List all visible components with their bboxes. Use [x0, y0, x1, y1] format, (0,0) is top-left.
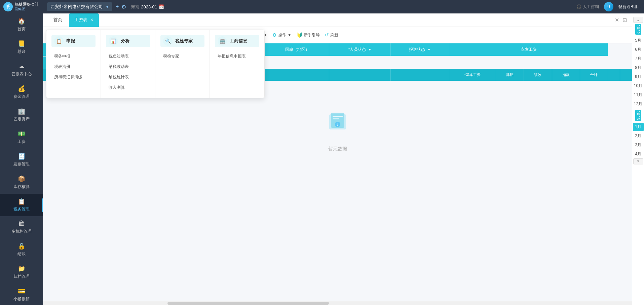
th-salary-group: 应发工资: [449, 43, 608, 56]
sidebar-item-ledger[interactable]: 📒 总账: [0, 36, 43, 59]
month-2[interactable]: 2月: [633, 132, 644, 140]
invoice-icon: 🧾: [18, 153, 25, 160]
status-filter-icon[interactable]: ▼: [368, 48, 372, 51]
sidebar-label-cloud: 云报表中心: [11, 71, 32, 77]
tab-close-window-icon[interactable]: ✕: [615, 17, 619, 23]
tab-salary-label: 工资表: [74, 17, 87, 23]
user-name: 畅捷通B组...: [618, 4, 641, 10]
svg-text:?: ?: [337, 123, 339, 126]
logo-icon: 畅: [3, 2, 13, 11]
avatar: U: [604, 2, 613, 11]
declare-header: 📋 申报: [51, 35, 96, 47]
right-panel: ▲ 2022 5月 6月 7月 8月 9月 10月 11月 12月 2023 1…: [632, 13, 644, 305]
svg-rect-3: [333, 118, 339, 119]
sidebar-item-promo[interactable]: 💳 小畅报销: [0, 283, 43, 305]
month-10[interactable]: 10月: [633, 82, 644, 90]
sidebar-item-close[interactable]: 🔒 结账: [0, 238, 43, 261]
month-list: 2022 5月 6月 7月 8月 9月 10月 11月 12月 2023 1月 …: [633, 23, 644, 158]
tax-icon: 📋: [18, 198, 25, 205]
month-4[interactable]: 4月: [633, 150, 644, 158]
sidebar-label-tax: 税务管理: [13, 206, 30, 212]
tax-payment-item[interactable]: 纳税波动表: [106, 62, 150, 72]
sidebar-item-archive[interactable]: 📁 归档管理: [0, 261, 43, 283]
dropdown-col-declare: 📋 申报 税务申报 税表清册 所得税汇算清缴: [46, 30, 101, 98]
headset-icon: 🎧: [576, 4, 581, 9]
service-button[interactable]: 🎧 人工咨询: [576, 4, 599, 10]
salary-icon: 💵: [18, 130, 25, 138]
sidebar-label-invoice: 发票管理: [13, 161, 30, 167]
sidebar-label-salary: 工资: [17, 139, 26, 145]
cloud-icon: ☁: [18, 63, 25, 70]
income-simulate-item[interactable]: 收入测算: [106, 82, 150, 93]
month-12[interactable]: 12月: [633, 100, 644, 108]
analysis-label: 分析: [121, 38, 129, 44]
tax-declare-item[interactable]: 税务申报: [51, 51, 96, 62]
period-label: 账期: [131, 4, 139, 10]
guide-label: 新手引导: [304, 32, 320, 38]
refresh-btn[interactable]: ↺ 刷新: [325, 32, 338, 38]
calendar-icon[interactable]: 📅: [159, 4, 164, 9]
sidebar-item-inventory[interactable]: 📦 库存核算: [0, 171, 43, 194]
dropdown-col-business: 🏢 工商信息 年报信息申报表: [210, 30, 264, 98]
tax-check-item[interactable]: 税检专家: [160, 51, 204, 62]
sidebar-item-salary[interactable]: 💵 工资: [0, 126, 43, 149]
tab-bar: 首页 工资表 ✕ ✕ ⊡: [43, 13, 632, 27]
month-1[interactable]: 1月: [633, 123, 644, 131]
sidebar-item-tax[interactable]: 📋 税务管理: [0, 194, 43, 216]
expert-icon: 🔍: [163, 36, 173, 46]
sidebar-item-fund[interactable]: 💰 资金管理: [0, 81, 43, 104]
panel-scroll-down-button[interactable]: ▼: [633, 158, 643, 164]
sidebar-label-close: 结账: [17, 251, 26, 257]
sidebar-label-archive: 归档管理: [13, 274, 30, 279]
month-11[interactable]: 11月: [633, 91, 644, 99]
month-9[interactable]: 9月: [633, 73, 644, 81]
scrollbar-thumb[interactable]: [167, 302, 329, 305]
month-3[interactable]: 3月: [633, 141, 644, 149]
tax-form-item[interactable]: 税表清册: [51, 62, 96, 72]
report-filter-icon[interactable]: ▼: [427, 48, 431, 51]
month-5[interactable]: 5月: [633, 36, 644, 45]
sidebar-label-ledger: 总账: [17, 49, 26, 54]
sidebar-label-assets: 固定资产: [13, 116, 30, 122]
promo-icon: 💳: [18, 288, 25, 295]
annual-report-item[interactable]: 年报信息申报表: [215, 51, 259, 62]
sidebar-item-cloud[interactable]: ☁ 云报表中心: [0, 59, 43, 81]
th-deduction: 扣款: [552, 69, 580, 81]
income-tax-item[interactable]: 所得税汇算清缴: [51, 72, 96, 82]
guide-btn[interactable]: 🔰 新手引导: [297, 32, 320, 38]
sidebar-label-fund: 资金管理: [13, 94, 30, 100]
month-6[interactable]: 6月: [633, 45, 644, 54]
tab-home[interactable]: 首页: [48, 13, 68, 27]
tab-restore-icon[interactable]: ⊡: [622, 17, 627, 23]
sidebar-item-multi[interactable]: 🏛 多机构管理: [0, 216, 43, 238]
company-selector[interactable]: 西安虾米网络科技有限公司 ▼: [47, 2, 112, 11]
panel-scroll-up-button[interactable]: ▲: [633, 17, 643, 23]
horizontal-scrollbar[interactable]: [43, 301, 632, 305]
analysis-icon: 📊: [109, 36, 118, 46]
tab-close-icon[interactable]: ✕: [90, 17, 93, 22]
business-label: 工商信息: [230, 38, 247, 44]
sidebar-item-assets[interactable]: 🏢 固定资产: [0, 104, 43, 126]
company-name: 西安虾米网络科技有限公司: [50, 4, 103, 10]
sidebar-item-home[interactable]: 🏠 首页: [0, 13, 43, 36]
operate-btn[interactable]: ⚙ 操作 ▼: [272, 32, 292, 38]
month-8[interactable]: 8月: [633, 64, 644, 72]
sidebar-item-invoice[interactable]: 🧾 发票管理: [0, 149, 43, 171]
th-allowance: 津贴: [496, 69, 524, 81]
month-7[interactable]: 7月: [633, 54, 644, 63]
tab-bar-right: ✕ ⊡: [615, 17, 627, 23]
th-operation-sub: [620, 69, 632, 81]
dropdown-col-analysis: 📊 分析 税负波动表 纳税波动表 纳税统计表 收入测算: [101, 30, 155, 98]
tax-burden-item[interactable]: 税负波动表: [106, 51, 150, 62]
settings-icon[interactable]: ⚙: [121, 4, 126, 10]
add-company-icon[interactable]: +: [116, 4, 119, 10]
th-region: 国籍（地区）: [265, 43, 329, 56]
th-empty-7: [265, 69, 329, 81]
tax-stats-item[interactable]: 纳税统计表: [106, 72, 150, 82]
refresh-icon: ↺: [325, 32, 329, 38]
business-icon: 🏢: [218, 36, 227, 46]
tax-dropdown-popup: 📋 申报 税务申报 税表清册 所得税汇算清缴 📊 分析 税负波动表 纳税波动表 …: [46, 30, 265, 98]
ledger-icon: 📒: [18, 40, 25, 47]
tab-salary-table[interactable]: 工资表 ✕: [69, 13, 99, 27]
dropdown-grid: 📋 申报 税务申报 税表清册 所得税汇算清缴 📊 分析 税负波动表 纳税波动表 …: [46, 30, 264, 98]
